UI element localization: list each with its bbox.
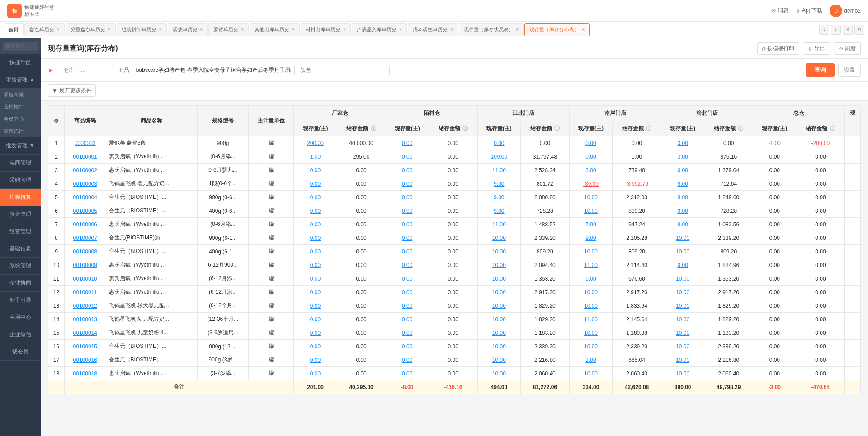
settings-gear-icon[interactable]: ⚙: [54, 118, 59, 124]
info-icon-2[interactable]: ⓘ: [462, 125, 468, 131]
warehouse-input[interactable]: ...: [77, 65, 113, 75]
tab-close[interactable]: ×: [516, 27, 519, 32]
row-na-amt: 2,060.40: [613, 367, 661, 380]
tab-close[interactable]: ×: [343, 27, 346, 32]
info-icon-5[interactable]: ⓘ: [738, 125, 743, 131]
tab-close[interactable]: ×: [292, 27, 295, 32]
filter-toggle-arrow[interactable]: ►: [48, 66, 54, 74]
sidebar-item-wholesale[interactable]: 批发管理 ▼: [0, 137, 41, 155]
tab-close[interactable]: ×: [582, 27, 585, 32]
tab-other-out[interactable]: 其他出库单历史 ×: [250, 23, 300, 36]
row-total-amt: 0.00: [796, 367, 845, 380]
sidebar-item-system[interactable]: 系统管理: [0, 258, 41, 275]
color-input[interactable]: [314, 65, 390, 75]
page-actions: ⎙ 按模板打印 ⇩ 导出 ↻ 刷新: [757, 42, 861, 55]
col-warehouse-factory: 厂家仓: [294, 106, 386, 121]
tab-close-all-btn[interactable]: ×: [843, 25, 853, 35]
tab-close[interactable]: ×: [450, 27, 453, 32]
tab-close[interactable]: ×: [241, 27, 244, 32]
col-cur-placeholder: [845, 121, 861, 136]
sidebar-item-ecommerce[interactable]: 电商管理: [0, 155, 41, 172]
row-fc-qty: 1.00: [294, 150, 337, 164]
total-mc-qty: -8.00: [386, 380, 429, 394]
tab-home[interactable]: 首页: [4, 23, 24, 36]
tab-product-in[interactable]: 产成品入库单历史 ×: [352, 23, 407, 36]
user-area[interactable]: D demo2: [830, 5, 861, 17]
sidebar-subitem-member[interactable]: 会员中心: [0, 113, 41, 125]
row-code: 00100007: [65, 231, 106, 245]
row-fc-qty: 0.00: [294, 218, 337, 231]
row-total-amt: 0.00: [796, 218, 845, 231]
row-jb-qty: 10.00: [477, 326, 520, 340]
row-spec: (12-36个月...: [198, 313, 249, 326]
sidebar-item-vip[interactable]: 畅会员: [0, 343, 41, 361]
app-download-btn[interactable]: ⇩ App下载: [796, 7, 822, 14]
refresh-btn[interactable]: ↻ 刷新: [834, 42, 861, 55]
sidebar-item-quicknav[interactable]: 快捷导航: [0, 54, 41, 71]
row-yb-amt: 875.16: [704, 150, 753, 164]
tab-material-out[interactable]: 材料出库单历史 ×: [301, 23, 351, 36]
row-index: 13: [48, 299, 65, 313]
row-na-amt: 2,105.28: [613, 231, 661, 245]
info-icon-1[interactable]: ⓘ: [371, 125, 376, 131]
info-icon-3[interactable]: ⓘ: [554, 125, 560, 131]
tab-transfer[interactable]: 调拨单历史 ×: [168, 23, 208, 36]
row-code: 00100016: [65, 353, 106, 367]
message-btn[interactable]: ✉ 消息: [771, 7, 788, 14]
row-yb-amt: 2,060.40: [704, 367, 753, 380]
row-code: 00100011: [65, 286, 106, 299]
col-na-qty: 现存量(主): [569, 121, 612, 136]
query-btn[interactable]: 查询: [806, 63, 835, 77]
sidebar-item-appcenter[interactable]: 应用中心: [0, 309, 41, 326]
row-jb-amt: 2,080.80: [520, 191, 569, 204]
sidebar-item-finance[interactable]: 资金管理: [0, 206, 41, 223]
col-total: 总仓: [753, 106, 845, 121]
sidebar-item-inventory[interactable]: 库存核算: [0, 189, 41, 206]
row-fc-qty: 0.00: [294, 245, 337, 258]
product-input[interactable]: [132, 65, 295, 75]
row-name: 合生元（BIOSTIME）...: [106, 204, 198, 218]
sidebar-item-wechat[interactable]: 企业微信: [0, 326, 41, 343]
tab-purchase-order[interactable]: 要货单历史 ×: [208, 23, 249, 36]
info-icon-6[interactable]: ⓘ: [830, 125, 835, 131]
tab-prev-btn[interactable]: ‹: [819, 25, 829, 35]
tab-close[interactable]: ×: [399, 27, 402, 32]
sidebar-item-operations[interactable]: 经营管理: [0, 223, 41, 240]
row-jb-qty: 9.00: [477, 177, 520, 191]
sidebar-item-basics[interactable]: 基础信息: [0, 240, 41, 258]
tab-cost-adj[interactable]: 成本调整单历史 ×: [408, 23, 458, 36]
tab-close[interactable]: ×: [159, 27, 162, 32]
sidebar-subitem-retail-store[interactable]: 零售商城: [0, 89, 41, 101]
sidebar-item-retail-mgmt[interactable]: 零售管理 ▲: [0, 71, 41, 89]
export-btn[interactable]: ⇩ 导出: [803, 42, 830, 55]
sidebar-subitem-retail-stats[interactable]: 零售统计: [0, 125, 41, 137]
tab-close[interactable]: ×: [200, 27, 203, 32]
tab-stock-status[interactable]: 现存量（库存状况表） ×: [459, 23, 524, 36]
sidebar-item-collab[interactable]: 企业协同: [0, 275, 41, 292]
row-mc-amt: 0.00: [429, 191, 477, 204]
search-input[interactable]: [3, 42, 38, 51]
tab-close[interactable]: ×: [108, 27, 111, 32]
tab-close[interactable]: ×: [57, 27, 60, 32]
sidebar-subitem-marketing[interactable]: 营销推广: [0, 101, 41, 113]
print-btn[interactable]: ⎙ 按模板打印: [757, 42, 799, 55]
tab-next-btn[interactable]: ›: [831, 25, 841, 35]
row-jb-amt: 2,339.20: [520, 231, 569, 245]
tab-inventory-history[interactable]: 盘点单历史 ×: [24, 23, 65, 36]
row-total-amt: 0.00: [796, 258, 845, 272]
sidebar-item-purchase[interactable]: 采购管理: [0, 172, 41, 189]
settings-btn[interactable]: 设置: [838, 64, 861, 77]
tab-sub-inventory[interactable]: 分量盘点单历史 ×: [66, 23, 116, 36]
expand-conditions-btn[interactable]: ▼ 展开更多条件: [48, 84, 96, 97]
row-mc-qty: 0.00: [386, 177, 429, 191]
sidebar-item-guide[interactable]: 新手引导: [0, 292, 41, 309]
row-mc-qty: 0.00: [386, 218, 429, 231]
tab-expand-btn[interactable]: □: [854, 25, 864, 35]
tab-assembly[interactable]: 组装拆卸单历史 ×: [117, 23, 167, 36]
row-total-qty: 0.00: [753, 353, 796, 367]
row-yb-qty: 10.00: [661, 367, 704, 380]
row-code: 00100004: [65, 191, 106, 204]
info-icon-4[interactable]: ⓘ: [646, 125, 651, 131]
row-fc-amt: 0.00: [337, 367, 386, 380]
tab-stock-dist[interactable]: 现存量（库存分布表） ×: [524, 23, 590, 36]
